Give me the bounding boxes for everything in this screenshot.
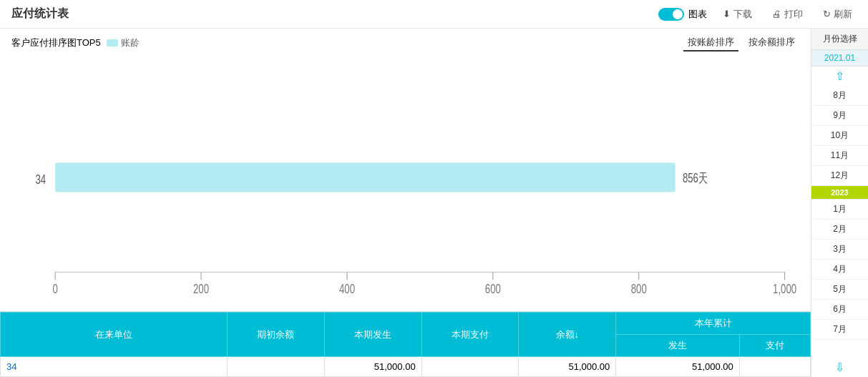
legend-color-box (107, 39, 118, 46)
month-list: 8月 9月 10月 11月 12月 2023 1月 2月 3月 4月 5月 6月… (811, 86, 868, 340)
month-item-10[interactable]: 10月 (811, 126, 868, 146)
chart-bar (55, 162, 676, 192)
refresh-button[interactable]: ↻ 刷新 (819, 6, 857, 23)
chart-legend-title: 客户应付排序图TOP5 (11, 36, 101, 49)
col-header-ytd-occurrence: 发生 (616, 335, 740, 357)
chart-header: 客户应付排序图TOP5 账龄 按账龄排序 按余额排序 (0, 29, 811, 57)
cell-opening (227, 357, 324, 377)
print-icon: 🖨 (772, 9, 781, 19)
sidebar-title: 月份选择 (811, 29, 868, 50)
cell-unit: 34 (1, 357, 228, 377)
cell-payment (421, 357, 519, 377)
sort-by-balance-button[interactable]: 按账龄排序 (683, 34, 738, 52)
year-marker-2023: 2023 (811, 186, 868, 200)
col-header-ytd: 本年累计 (616, 313, 811, 335)
col-header-unit: 在来单位 (1, 313, 228, 357)
main-content: 客户应付排序图TOP5 账龄 按账龄排序 按余额排序 34 (0, 29, 868, 377)
month-item-9[interactable]: 9月 (811, 106, 868, 126)
chart-toggle-group[interactable]: 图表 (658, 8, 707, 21)
page-header: 应付统计表 图表 ⬇ 下载 🖨 打印 ↻ 刷新 (0, 0, 868, 29)
header-actions: 图表 ⬇ 下载 🖨 打印 ↻ 刷新 (658, 6, 857, 23)
month-list-container: 8月 9月 10月 11月 12月 2023 1月 2月 3月 4月 5月 6月… (811, 86, 868, 358)
unit-link[interactable]: 34 (6, 361, 16, 372)
month-item-1[interactable]: 1月 (811, 200, 868, 220)
chart-container: 34 856天 0 200 400 (0, 57, 811, 311)
legend-color-label: 账龄 (121, 36, 140, 49)
sort-by-amount-button[interactable]: 按余额排序 (744, 34, 799, 52)
x-label-600: 600 (485, 283, 501, 296)
col-header-ytd-payment: 支付 (739, 335, 810, 357)
table-wrapper: 在来单位 期初余额 本期发生 本期支付 余额↓ 本年累计 发生 支付 (0, 312, 811, 377)
refresh-icon: ↻ (823, 9, 831, 19)
col-header-balance: 余额↓ (519, 313, 616, 357)
chart-toggle-label: 图表 (688, 8, 707, 21)
chart-legend: 客户应付排序图TOP5 账龄 (11, 36, 140, 49)
month-item-5[interactable]: 5月 (811, 280, 868, 300)
table-area: 在来单位 期初余额 本期发生 本期支付 余额↓ 本年累计 发生 支付 (0, 311, 811, 377)
legend-item: 账龄 (107, 36, 140, 49)
sort-buttons: 按账龄排序 按余额排序 (683, 34, 799, 52)
month-item-3[interactable]: 3月 (811, 240, 868, 260)
table-header-row-top: 在来单位 期初余额 本期发生 本期支付 余额↓ 本年累计 (1, 313, 811, 335)
download-button[interactable]: ⬇ 下载 (718, 6, 756, 23)
x-label-400: 400 (339, 283, 355, 296)
month-item-11[interactable]: 11月 (811, 146, 868, 166)
month-sidebar: 月份选择 2021.01 ⇧ 8月 9月 10月 11月 12月 2023 1月… (811, 29, 868, 377)
month-item-4[interactable]: 4月 (811, 260, 868, 280)
x-label-1000: 1,000 (773, 283, 796, 296)
bar-value-label: 856天 (683, 171, 708, 185)
y-axis-label: 34 (35, 173, 46, 187)
sidebar-scroll-down-button[interactable]: ⇩ (811, 358, 868, 377)
chart-toggle-switch[interactable] (658, 8, 684, 21)
chart-svg: 34 856天 0 200 400 (11, 57, 799, 311)
table-row: 34 51,000.00 51,000.00 51,000.00 (1, 357, 811, 377)
refresh-label: 刷新 (834, 8, 852, 21)
x-label-0: 0 (52, 283, 58, 296)
download-label: 下载 (733, 8, 752, 21)
col-header-opening: 期初余额 (227, 313, 324, 357)
x-label-800: 800 (631, 283, 647, 296)
sidebar-scroll-up-button[interactable]: ⇧ (811, 67, 868, 86)
col-header-payment: 本期支付 (421, 313, 519, 357)
month-item-2[interactable]: 2月 (811, 220, 868, 240)
month-item-8[interactable]: 8月 (811, 86, 868, 106)
print-button[interactable]: 🖨 打印 (768, 6, 807, 23)
cell-ytd-payment (739, 357, 810, 377)
month-item-6[interactable]: 6月 (811, 300, 868, 320)
cell-ytd-occurrence: 51,000.00 (616, 357, 740, 377)
month-item-12[interactable]: 12月 (811, 166, 868, 186)
col-header-occurrence: 本期发生 (324, 313, 421, 357)
data-table: 在来单位 期初余额 本期发生 本期支付 余额↓ 本年累计 发生 支付 (0, 312, 811, 377)
sidebar-current-date: 2021.01 (811, 50, 868, 67)
page-title: 应付统计表 (11, 6, 69, 21)
table-body: 34 51,000.00 51,000.00 51,000.00 (1, 357, 811, 377)
cell-occurrence: 51,000.00 (324, 357, 421, 377)
x-label-200: 200 (193, 283, 209, 296)
print-label: 打印 (784, 8, 803, 21)
download-icon: ⬇ (723, 9, 731, 19)
month-item-7[interactable]: 7月 (811, 320, 868, 340)
chart-area: 客户应付排序图TOP5 账龄 按账龄排序 按余额排序 34 (0, 29, 811, 377)
cell-balance: 51,000.00 (519, 357, 616, 377)
